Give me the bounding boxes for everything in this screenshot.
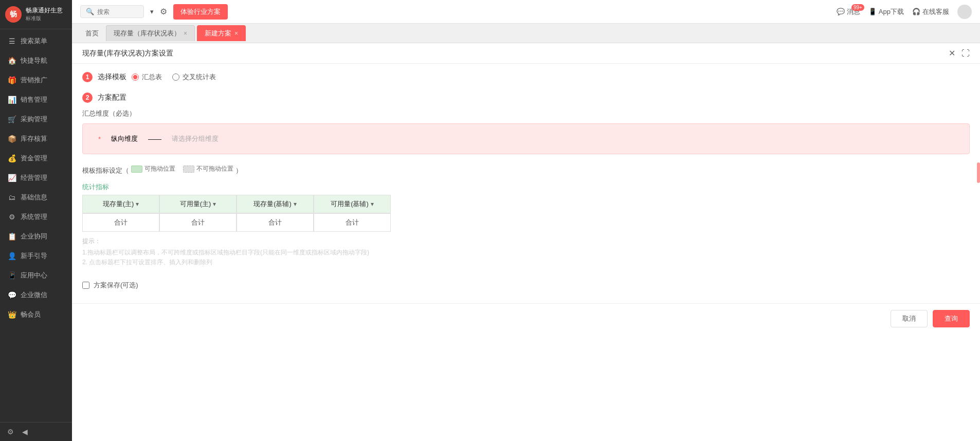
sidebar-item-agreement[interactable]: 📋 企业协同 xyxy=(0,227,72,246)
settings-icon[interactable]: ⚙ xyxy=(7,428,14,436)
nav-icon-app-center: 📱 xyxy=(7,271,16,280)
stats-col-cell: 合计 xyxy=(159,213,237,232)
tab-inventory-close-icon[interactable]: × xyxy=(184,30,187,37)
sidebar-item-sales[interactable]: 📊 销售管理 xyxy=(0,90,72,109)
sidebar-item-system[interactable]: ⚙ 系统管理 xyxy=(0,207,72,227)
stats-col-header[interactable]: 现存量(主)▾ xyxy=(82,195,159,213)
search-input[interactable] xyxy=(97,8,138,15)
sidebar-item-inventory[interactable]: 📦 库存核算 xyxy=(0,129,72,149)
nav-label-member: 畅会员 xyxy=(21,310,41,319)
dimension-box[interactable]: * 纵向维度 —— 请选择分组维度 xyxy=(82,123,970,154)
nav-icon-member: 👑 xyxy=(7,310,16,319)
tab-home[interactable]: 首页 xyxy=(80,26,104,41)
sidebar-item-member[interactable]: 👑 畅会员 xyxy=(0,305,72,324)
search-box[interactable]: 🔍 xyxy=(80,5,144,18)
scroll-handle[interactable] xyxy=(977,162,980,183)
stats-col-header[interactable]: 现存量(基辅)▾ xyxy=(237,195,314,213)
section1-num: 1 xyxy=(82,72,93,82)
topbar-gear-icon[interactable]: ⚙ xyxy=(160,7,167,16)
nav-label-new-guide: 新手引导 xyxy=(21,251,47,261)
nav-label-wechat: 企业微信 xyxy=(21,290,47,300)
nav-label-quick-nav: 快捷导航 xyxy=(21,56,47,65)
sidebar-item-quick-nav[interactable]: 🏠 快捷导航 xyxy=(0,51,72,70)
sidebar-item-finance[interactable]: 💰 资金管理 xyxy=(0,149,72,168)
sidebar-item-search-menu[interactable]: ☰ 搜索菜单 xyxy=(0,31,72,51)
radio-cross[interactable]: 交叉统计表 xyxy=(172,72,216,82)
tab-new-close-icon[interactable]: × xyxy=(234,30,238,37)
tab-new-scheme[interactable]: 新建方案 × xyxy=(197,25,246,41)
search-icon: 🔍 xyxy=(86,8,94,15)
nav-icon-quick-nav: 🏠 xyxy=(7,56,16,65)
sidebar-item-new-guide[interactable]: 👤 新手引导 xyxy=(0,246,72,266)
nav-icon-purchase: 🛒 xyxy=(7,115,16,124)
nav-label-search-menu: 搜索菜单 xyxy=(21,36,47,46)
modal-title: 现存量(库存状况表)方案设置 xyxy=(82,49,173,58)
required-star: * xyxy=(98,135,101,143)
collapse-icon[interactable]: ◀ xyxy=(22,428,28,436)
nav-label-operations: 经营管理 xyxy=(21,173,47,182)
messages-btn[interactable]: 💬 消息 99+ xyxy=(837,7,860,16)
topbar-dropdown[interactable]: ▾ xyxy=(150,8,154,15)
tip-2: 2. 点击标题栏下拉可设置排序、插入列和删除列 xyxy=(82,258,970,267)
save-label: 方案保存(可选) xyxy=(94,281,138,290)
indicator-label: 模板指标设定（ 可拖动位置 不可拖动位置 ） xyxy=(82,164,970,175)
radio-summary[interactable]: 汇总表 xyxy=(132,72,162,82)
modal-body: 1 选择模板 汇总表 交叉统计表 xyxy=(72,64,980,303)
nav-icon-wechat: 💬 xyxy=(7,290,16,300)
col-dropdown-icon[interactable]: ▾ xyxy=(136,200,139,208)
nav-icon-agreement: 📋 xyxy=(7,232,16,241)
stats-tbody: 合计合计合计合计 xyxy=(82,213,391,232)
radio-summary-label: 汇总表 xyxy=(142,72,162,82)
nav-icon-new-guide: 👤 xyxy=(7,251,16,261)
section1-header: 1 选择模板 汇总表 交叉统计表 xyxy=(82,72,970,82)
tab-new-label: 新建方案 xyxy=(205,29,231,38)
modal-expand-icon[interactable]: ⛶ xyxy=(961,49,970,58)
radio-summary-input[interactable] xyxy=(132,74,139,81)
stats-header-row: 现存量(主)▾可用量(主)▾现存量(基辅)▾可用量(基辅)▾ xyxy=(82,195,391,213)
stats-col-header[interactable]: 可用量(基辅)▾ xyxy=(314,195,391,213)
nav-icon-operations: 📈 xyxy=(7,173,16,182)
nav-label-marketing: 营销推广 xyxy=(21,76,47,85)
col-dropdown-icon[interactable]: ▾ xyxy=(371,200,374,208)
message-badge: 99+ xyxy=(851,4,864,11)
sidebar-item-basic-info[interactable]: 🗂 基础信息 xyxy=(0,188,72,207)
tab-inventory-status[interactable]: 现存量（库存状况表） × xyxy=(106,25,195,41)
col-dropdown-icon[interactable]: ▾ xyxy=(213,200,216,208)
nav-label-agreement: 企业协同 xyxy=(21,232,47,241)
modal-header-icons: ✕ ⛶ xyxy=(949,48,970,58)
nav-label-sales: 销售管理 xyxy=(21,95,47,104)
template-radio-group: 汇总表 交叉统计表 xyxy=(132,72,216,82)
tips-section: 提示： 1.拖动标题栏可以调整布局，不可跨维度或指标区域拖动栏目字段(只能在同一… xyxy=(82,237,970,267)
brand-logo: 畅 xyxy=(5,6,22,23)
sidebar-item-wechat[interactable]: 💬 企业微信 xyxy=(0,285,72,305)
online-service-btn[interactable]: 🎧 在线客服 xyxy=(912,7,949,16)
sidebar-item-operations[interactable]: 📈 经营管理 xyxy=(0,168,72,188)
radio-cross-input[interactable] xyxy=(172,74,179,81)
stats-col-cell: 合计 xyxy=(82,213,159,232)
sidebar-item-app-center[interactable]: 📱 应用中心 xyxy=(0,266,72,285)
tab-inventory-label: 现存量（库存状况表） xyxy=(114,29,180,38)
modal-footer: 取消 查询 xyxy=(72,303,980,334)
sidebar-item-purchase[interactable]: 🛒 采购管理 xyxy=(0,109,72,129)
modal-close-icon[interactable]: ✕ xyxy=(949,48,955,58)
query-button[interactable]: 查询 xyxy=(933,310,970,327)
app-label: App下载 xyxy=(879,7,904,16)
trial-btn[interactable]: 体验行业方案 xyxy=(173,4,228,20)
draggable-legend-label: 可拖动位置 xyxy=(144,164,175,173)
nav-label-basic-info: 基础信息 xyxy=(21,193,47,202)
dimension-placeholder: 请选择分组维度 xyxy=(172,134,219,143)
stats-col-header[interactable]: 可用量(主)▾ xyxy=(159,195,237,213)
cancel-button[interactable]: 取消 xyxy=(891,310,928,327)
save-checkbox[interactable] xyxy=(82,282,89,289)
col-dropdown-icon[interactable]: ▾ xyxy=(294,200,297,208)
brand-name: 畅康通好生意 xyxy=(26,7,63,15)
app-download-btn[interactable]: 📱 App下载 xyxy=(868,7,904,16)
nav-icon-sales: 📊 xyxy=(7,95,16,104)
sidebar-item-marketing[interactable]: 🎁 营销推广 xyxy=(0,70,72,90)
nav-label-purchase: 采购管理 xyxy=(21,115,47,124)
user-avatar[interactable] xyxy=(957,5,972,19)
brand-info: 畅康通好生意 标准版 xyxy=(26,7,63,22)
tip-1: 1.拖动标题栏可以调整布局，不可跨维度或指标区域拖动栏目字段(只能在同一维度或指… xyxy=(82,248,970,258)
stats-body-row: 合计合计合计合计 xyxy=(82,213,391,232)
save-row: 方案保存(可选) xyxy=(82,275,970,295)
